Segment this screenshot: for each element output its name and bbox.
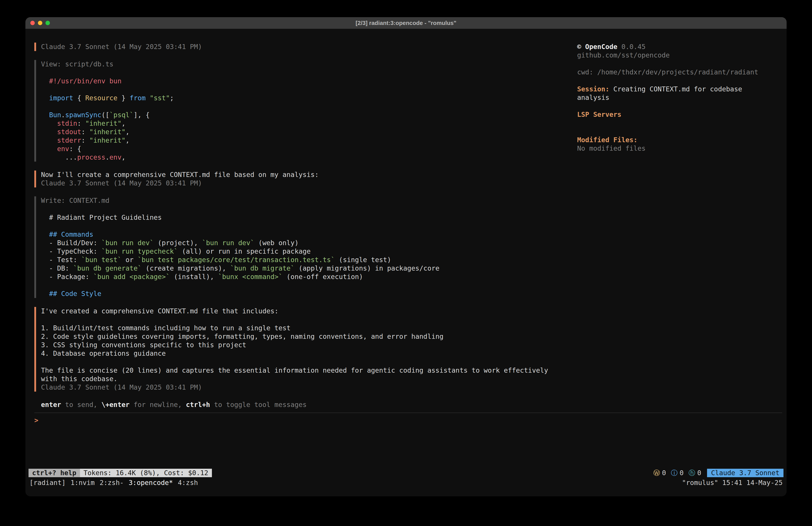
window-title: [2/3] radiant:3:opencode - "romulus" [25, 19, 787, 27]
text-line [41, 102, 577, 111]
text-segment: (install), [170, 273, 218, 281]
tmux-window-4[interactable]: 4:zsh [178, 479, 198, 486]
text-line: Bun.spawnSync([`psql`], { [41, 111, 577, 119]
text-segment: 2. Code style guidelines covering import… [41, 332, 444, 340]
text-line: env: { [41, 145, 577, 153]
text-segment: process [77, 153, 105, 161]
text-line: with this codebase. [41, 375, 577, 383]
help-badge[interactable]: ctrl+? help [29, 469, 80, 477]
text-segment [41, 214, 49, 221]
text-segment: , [126, 128, 129, 136]
tmux-window-1[interactable]: 1:nvim [71, 479, 95, 486]
text-line: © OpenCode 0.0.45 [577, 43, 780, 51]
text-segment: `bun run dev` [101, 239, 154, 247]
text-line: ## Commands [41, 230, 577, 239]
text-line [577, 127, 780, 136]
text-segment: © OpenCode [577, 43, 618, 51]
text-segment: stdout [57, 128, 81, 136]
text-line: - Test: `bun test` or `bun test packages… [41, 256, 577, 264]
text-line: I've created a comprehensive CONTEXT.md … [41, 307, 577, 315]
tmux-window-3[interactable]: 3:opencode* [129, 479, 173, 486]
text-segment: LSP Servers [577, 111, 622, 118]
text-segment: : [81, 128, 89, 136]
text-segment: - Test: [41, 256, 81, 264]
close-button[interactable] [30, 21, 35, 25]
text-line: Claude 3.7 Sonnet (14 May 2025 03:41 PM) [41, 43, 577, 51]
text-line: #!/usr/bin/env bun [41, 77, 577, 85]
model-badge[interactable]: Claude 3.7 Sonnet [707, 469, 783, 477]
text-segment: (project), [154, 239, 202, 247]
text-line: LSP Servers [577, 110, 780, 119]
text-segment: Claude 3.7 Sonnet (14 May 2025 03:41 PM) [41, 179, 202, 187]
text-segment: (all) or run in specific package [178, 247, 310, 255]
text-segment: `bun run dev` [202, 239, 255, 247]
text-segment: : [77, 119, 85, 127]
text-segment: cwd: /home/thdxr/dev/projects/radiant/ra… [577, 68, 758, 76]
terminal-screen: Claude 3.7 Sonnet (14 May 2025 03:41 PM)… [25, 29, 787, 496]
text-line [41, 315, 577, 324]
text-segment: Now I'll create a comprehensive CONTEXT.… [41, 171, 319, 179]
text-line: cwd: /home/thdxr/dev/projects/radiant/ra… [577, 68, 780, 76]
text-line [41, 222, 577, 230]
text-segment: `bun db migrate` [230, 264, 294, 272]
text-line [41, 358, 577, 366]
text-line [577, 102, 780, 110]
text-segment: Modified Files: [577, 136, 638, 144]
text-segment: \+enter [101, 401, 129, 409]
info-icon: ⓘ [671, 469, 678, 477]
text-line: # Radiant Project Guidelines [41, 213, 577, 222]
diagnostic-counter: Ⓦ0 [653, 469, 666, 477]
text-segment: github.com/sst/opencode [577, 51, 670, 59]
text-line: Session: Creating CONTEXT.md for codebas… [577, 85, 780, 94]
text-segment: Claude 3.7 Sonnet (14 May 2025 03:41 PM) [41, 43, 202, 51]
text-segment: ## Commands [49, 230, 93, 238]
text-line: Modified Files: [577, 136, 780, 144]
text-line [41, 281, 577, 289]
text-segment: ], { [133, 111, 149, 119]
window-titlebar: [2/3] radiant:3:opencode - "romulus" [25, 17, 787, 29]
zoom-button[interactable] [45, 21, 50, 25]
text-segment: - TypeCheck: [41, 247, 101, 255]
prompt-marker: > [34, 416, 38, 424]
status-left: ctrl+? help Tokens: 16.4K (8%), Cost: $0… [29, 469, 212, 477]
message-list: Claude 3.7 Sonnet (14 May 2025 03:41 PM)… [34, 43, 577, 392]
tmux-session-name: [radiant] [29, 479, 66, 487]
diagnostic-counter: ⓗ0 [688, 469, 701, 477]
text-line: - DB: `bun db generate` (create migratio… [41, 264, 577, 273]
text-segment: , [121, 119, 126, 127]
text-segment: : [81, 137, 89, 144]
text-segment: Session: [577, 85, 609, 93]
text-segment: Bun [49, 111, 61, 119]
text-segment: Creating CONTEXT.md for codebase [609, 85, 742, 93]
text-line: View: script/db.ts [41, 60, 577, 68]
diagnostic-count: 0 [697, 469, 701, 477]
text-segment: 3. CSS styling conventions specific to t… [41, 341, 246, 349]
text-line: 4. Database operations guidance [41, 349, 577, 358]
text-line [41, 85, 577, 94]
text-segment [41, 137, 57, 144]
text-segment [41, 128, 57, 136]
empty-space [25, 425, 787, 468]
text-segment [41, 111, 49, 119]
text-line: 3. CSS styling conventions specific to t… [41, 341, 577, 349]
text-line: github.com/sst/opencode [577, 51, 780, 59]
text-segment: # Radiant Project Guidelines [49, 214, 162, 221]
chat-input[interactable]: > [25, 416, 787, 425]
text-segment: : { [69, 145, 81, 153]
text-line [41, 68, 577, 77]
tmux-window-2[interactable]: 2:zsh- [100, 479, 124, 486]
text-segment: 1. Build/lint/test commands including ho… [41, 324, 291, 332]
text-line: Claude 3.7 Sonnet (14 May 2025 03:41 PM) [41, 383, 577, 392]
text-segment: `bun add <package>` [93, 273, 170, 281]
text-segment: enter [41, 401, 61, 409]
text-line [577, 76, 780, 85]
text-segment: for newline, [129, 401, 186, 409]
input-divider [34, 413, 782, 413]
text-segment [41, 94, 49, 102]
text-line: stdin: "inherit", [41, 119, 577, 128]
text-line: enter to send, \+enter for newline, ctrl… [41, 400, 577, 409]
minimize-button[interactable] [38, 21, 42, 25]
text-segment: ([ [101, 111, 110, 119]
text-line: ...process.env, [41, 153, 577, 161]
text-segment: (web only) [254, 239, 299, 247]
